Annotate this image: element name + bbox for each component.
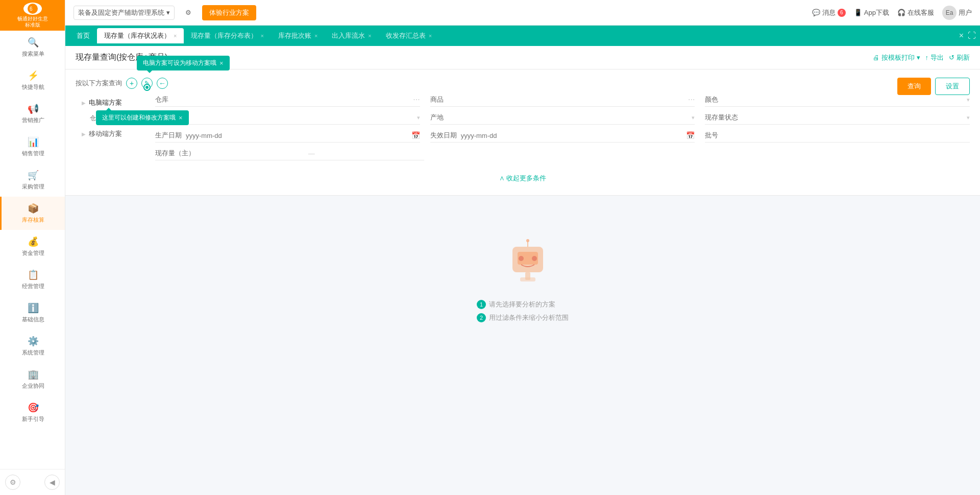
edit-scheme-button[interactable]: ✎ 电脑方案可设为移动方案哦 × bbox=[141, 78, 153, 89]
stock-qty-min-input[interactable] bbox=[199, 150, 302, 157]
stock-qty-max-input[interactable] bbox=[321, 150, 424, 157]
tab-close-icon[interactable]: × bbox=[174, 33, 177, 39]
system-title: 装备及固定资产辅助管理系统 bbox=[78, 8, 164, 17]
sidebar-item-quick-nav[interactable]: ⚡ 快捷导航 bbox=[0, 64, 65, 97]
sidebar-item-guide[interactable]: 🎯 新手引导 bbox=[0, 396, 65, 429]
tab-inventory-dist[interactable]: 现存量（库存分布表） × bbox=[184, 28, 271, 43]
tab-home[interactable]: 首页 bbox=[69, 28, 97, 43]
tab-label: 现存量（库存分布表） bbox=[191, 31, 257, 40]
avatar: Ea bbox=[942, 6, 957, 20]
scheme-tree: ▶ 电脑端方案 这里可以创建和修改方案哦 × 仓库商品 ▶ bbox=[76, 95, 147, 164]
step-2-num: 2 bbox=[477, 313, 486, 322]
message-label: 消息 bbox=[822, 8, 836, 17]
tab-label: 收发存汇总表 bbox=[386, 31, 426, 40]
filter-field-expire-date: 失效日期 📅 bbox=[430, 131, 695, 143]
goods-dots-icon[interactable]: ··· bbox=[688, 95, 695, 104]
scheme-label: 电脑端方案 bbox=[89, 98, 122, 107]
sidebar-item-marketing[interactable]: 📢 营销推广 bbox=[0, 97, 65, 130]
tab-inventory-status[interactable]: 现存量（库存状况表） × bbox=[97, 28, 184, 43]
close-all-tabs-button[interactable]: × bbox=[959, 31, 964, 40]
sidebar-item-purchase[interactable]: 🛒 采购管理 bbox=[0, 163, 65, 197]
collapse-button[interactable]: ∧ 收起更多条件 bbox=[76, 170, 970, 187]
tab-batch-account[interactable]: 库存批次账 × bbox=[271, 28, 325, 43]
tab-bar-right: × ⛶ bbox=[959, 31, 976, 40]
expand-button[interactable]: ⛶ bbox=[968, 31, 976, 40]
app-download-button[interactable]: 📱 App下载 bbox=[854, 8, 889, 17]
scheme-area: ▶ 电脑端方案 这里可以创建和修改方案哦 × 仓库商品 ▶ bbox=[76, 95, 970, 164]
color-label: 颜色 bbox=[705, 95, 718, 104]
export-button[interactable]: ↑ 导出 bbox=[925, 53, 944, 62]
calendar-icon[interactable]: 📅 bbox=[411, 131, 420, 139]
stock-status-input[interactable] bbox=[742, 114, 963, 122]
warehouse-input[interactable] bbox=[173, 96, 409, 104]
add-scheme-button[interactable]: + bbox=[126, 78, 137, 89]
filter-field-goods: 商品 ··· bbox=[430, 95, 695, 107]
tab-inout-flow[interactable]: 出入库流水 × bbox=[325, 28, 378, 43]
produce-date-input[interactable] bbox=[186, 132, 407, 139]
tab-label: 库存批次账 bbox=[278, 31, 311, 40]
basic-info-icon: ℹ️ bbox=[28, 302, 39, 314]
query-button[interactable]: 查询 bbox=[897, 78, 931, 95]
message-icon: 💬 bbox=[812, 9, 820, 16]
tab-close-icon[interactable]: × bbox=[314, 33, 317, 39]
stock-status-chevron-icon[interactable]: ▾ bbox=[967, 114, 970, 121]
expire-date-input[interactable] bbox=[461, 132, 682, 139]
color-input[interactable] bbox=[722, 96, 963, 104]
calendar-icon[interactable]: 📅 bbox=[686, 131, 695, 139]
message-badge: 6 bbox=[838, 9, 846, 17]
sidebar-item-label: 基础信息 bbox=[22, 316, 44, 323]
tab-close-icon[interactable]: × bbox=[429, 33, 432, 39]
refresh-icon: ↺ bbox=[949, 54, 954, 61]
tooltip-close-button[interactable]: × bbox=[219, 59, 224, 67]
goods-input[interactable] bbox=[448, 96, 684, 104]
sidebar-item-basic-info[interactable]: ℹ️ 基础信息 bbox=[0, 296, 65, 329]
sidebar-nav: 🔍 搜索菜单 ⚡ 快捷导航 📢 营销推广 📊 销售管理 🛒 采购管理 📦 库存核… bbox=[0, 31, 65, 469]
collapse-sidebar-button[interactable]: ◀ bbox=[44, 475, 60, 490]
sidebar-item-label: 营销推广 bbox=[22, 116, 44, 124]
user-menu[interactable]: Ea 用户 bbox=[942, 6, 972, 20]
app-logo: 6 畅通好好生意 标准版 bbox=[0, 0, 65, 31]
tab-close-icon[interactable]: × bbox=[368, 33, 371, 39]
refresh-button[interactable]: ↺ 刷新 bbox=[949, 53, 970, 62]
filter-field-batch: 批号 bbox=[705, 131, 970, 143]
scheme-desktop[interactable]: ▶ 电脑端方案 bbox=[76, 95, 147, 110]
color-chevron-icon[interactable]: ▾ bbox=[967, 97, 970, 103]
tab-receive-summary[interactable]: 收发存汇总表 × bbox=[379, 28, 439, 43]
sidebar-item-finance[interactable]: 💰 资金管理 bbox=[0, 230, 65, 263]
sidebar-item-system[interactable]: ⚙️ 系统管理 bbox=[0, 329, 65, 363]
sidebar: 6 畅通好好生意 标准版 🔍 搜索菜单 ⚡ 快捷导航 📢 营销推广 📊 销售管理… bbox=[0, 0, 65, 495]
industry-button[interactable]: 体验行业方案 bbox=[202, 5, 256, 20]
filter-field-origin: 产地 ▾ bbox=[430, 113, 695, 125]
origin-chevron-icon[interactable]: ▾ bbox=[692, 114, 695, 121]
filter-field-warehouse: 仓库 ··· bbox=[155, 95, 420, 107]
sidebar-item-inventory[interactable]: 📦 库存核算 bbox=[0, 197, 65, 230]
empty-state: 1 请先选择要分析的方案 2 用过滤条件来缩小分析范围 bbox=[65, 196, 980, 365]
stock-qty-label: 现存量（主） bbox=[155, 149, 195, 158]
batch-label: 批号 bbox=[705, 131, 718, 140]
gear-button[interactable]: ⚙ bbox=[181, 5, 196, 20]
scheme-mobile[interactable]: ▶ 移动端方案 bbox=[76, 126, 147, 142]
back-button[interactable]: ← bbox=[157, 78, 168, 89]
sidebar-item-enterprise[interactable]: 🏢 企业协同 bbox=[0, 363, 65, 396]
sidebar-item-sales[interactable]: 📊 销售管理 bbox=[0, 130, 65, 163]
size-chevron-icon[interactable]: ▾ bbox=[417, 114, 420, 121]
sidebar-item-search-menu[interactable]: 🔍 搜索菜单 bbox=[0, 31, 65, 64]
page-content: 现存量查询(按仓库+商品) 🖨 按模板打印 ▾ ↑ 导出 ↺ 刷新 bbox=[65, 46, 980, 495]
warehouse-dots-icon[interactable]: ··· bbox=[413, 95, 420, 104]
tab-close-icon[interactable]: × bbox=[260, 33, 263, 39]
message-button[interactable]: 💬 消息 6 bbox=[812, 8, 846, 17]
edit-tooltip-close[interactable]: × bbox=[179, 114, 183, 122]
sidebar-item-operations[interactable]: 📋 经营管理 bbox=[0, 263, 65, 296]
origin-input[interactable] bbox=[448, 114, 688, 122]
size-input[interactable] bbox=[173, 114, 413, 122]
settings-button[interactable]: ⚙ bbox=[5, 475, 20, 490]
reset-button[interactable]: 设置 bbox=[935, 78, 970, 95]
export-label: 导出 bbox=[930, 53, 944, 62]
filter-field-color: 颜色 ▾ bbox=[705, 95, 970, 107]
batch-input[interactable] bbox=[722, 132, 970, 139]
purchase-icon: 🛒 bbox=[28, 170, 39, 181]
export-icon: ↑ bbox=[925, 54, 929, 61]
online-service-button[interactable]: 🎧 在线客服 bbox=[897, 8, 934, 17]
print-template-button[interactable]: 🖨 按模板打印 ▾ bbox=[873, 53, 920, 62]
system-selector[interactable]: 装备及固定资产辅助管理系统 ▾ bbox=[74, 6, 175, 20]
